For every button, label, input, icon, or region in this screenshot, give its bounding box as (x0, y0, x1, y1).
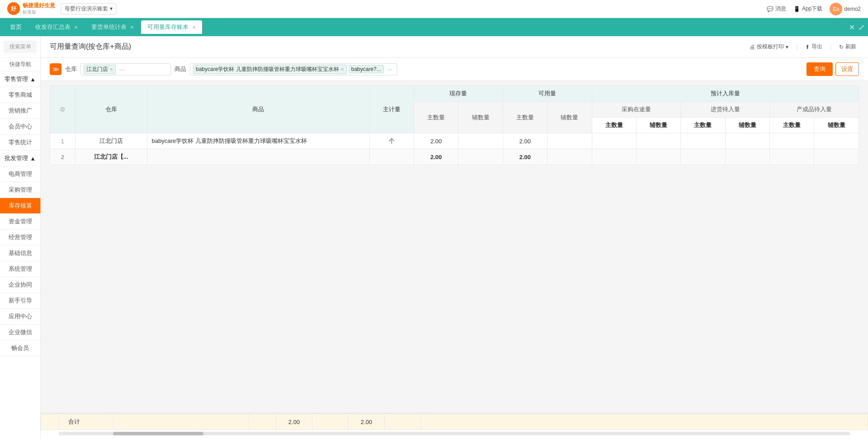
sidebar-item-ecommerce[interactable]: 电商管理 (0, 166, 40, 182)
sidebar-item-retail-mall[interactable]: 零售商城 (0, 87, 40, 103)
message-label: 消息 (775, 5, 786, 13)
sidebar-item-inventory[interactable]: 库存核算 (0, 198, 40, 214)
col-warehouse: 仓库 (75, 86, 147, 133)
row-unit-2 (369, 149, 414, 165)
sidebar-group-retail: 零售管理 ▲ 零售商城 营销推广 会员中心 零售统计 (0, 71, 40, 151)
sidebar-item-wxwork[interactable]: 企业微信 (0, 325, 40, 340)
query-button[interactable]: 查询 (807, 62, 833, 76)
chevron-up-icon: ▲ (30, 76, 36, 83)
export-button[interactable]: ⬆ 导出 (802, 42, 825, 52)
row-product-2 (147, 149, 369, 165)
col-gear[interactable]: ⚙ (50, 86, 75, 133)
footer-stock-aux (312, 414, 349, 430)
warehouse-filter-tags[interactable]: 江北门店 ✕ ··· (80, 63, 171, 76)
row-product-1: babycare学饮杯 儿童防摔防撞吸管杯重力球吸嘴杯宝宝水杯 (147, 133, 369, 149)
footer-product-empty (113, 414, 249, 430)
chevron-down-icon: ▾ (110, 5, 113, 12)
refresh-button[interactable]: ↻ 刷新 (836, 42, 859, 52)
row-stock-main-1: 2.00 (414, 133, 458, 149)
print-button[interactable]: 🖨 按模板打印 ▾ (747, 42, 791, 52)
sidebar-item-finance[interactable]: 资金管理 (0, 214, 40, 230)
product-tag-2-text: babycare?... (351, 66, 381, 72)
row-avail-main-1: 2.00 (503, 133, 547, 149)
search-menu-button[interactable]: 搜索菜单 (4, 41, 37, 53)
divider-1 (797, 44, 797, 50)
col-pur-main: 主数量 (592, 118, 636, 133)
table-container: ⚙ 仓库 商品 主计量 现存量 可用量 预计入库量 主数量 辅数量 主数量 辅数… (41, 81, 868, 413)
gear-icon[interactable]: ⚙ (60, 106, 66, 113)
row-prod-main-1 (770, 133, 814, 149)
table-row: 1 江北门店 babycare学饮杯 儿童防摔防撞吸管杯重力球吸嘴杯宝宝水杯 个… (50, 133, 859, 149)
print-icon: 🖨 (750, 44, 755, 50)
message-button[interactable]: 💬 消息 (767, 5, 786, 13)
sidebar-item-operations[interactable]: 经营管理 (0, 230, 40, 245)
sidebar-item-quick-nav[interactable]: 快捷导航 (0, 58, 40, 71)
sidebar-item-basics[interactable]: 基础信息 (0, 245, 40, 261)
product-tag-2: babycare?... (349, 65, 384, 73)
col-product: 商品 (147, 86, 369, 133)
tab-receipts-close[interactable]: ✕ (74, 25, 78, 30)
horizontal-scrollbar-thumb[interactable] (113, 432, 203, 435)
company-selector[interactable]: 母婴行业演示账套 ▾ (61, 3, 117, 14)
footer-avail-aux (385, 414, 421, 430)
footer-unit-empty (249, 414, 276, 430)
tab-order-stats-close[interactable]: ✕ (130, 25, 134, 30)
app-label: App下载 (802, 5, 822, 13)
expand-filter-button[interactable]: ≫ (50, 63, 61, 75)
export-label: 导出 (811, 43, 822, 51)
nav-expand-icon[interactable]: ⤢ (859, 23, 864, 32)
app-download-button[interactable]: 📱 App下载 (793, 5, 822, 13)
user-menu[interactable]: Ea demo2 (830, 3, 861, 15)
footer-rest (421, 414, 868, 430)
col-avail-main: 主数量 (503, 102, 547, 133)
product-filter-tags[interactable]: babycare学饮杯 儿童防摔防撞吸管杯重力球吸嘴杯宝宝水杯 ✕ babyca… (190, 63, 397, 76)
row-num-1: 1 (50, 133, 75, 149)
sidebar-item-purchase[interactable]: 采购管理 (0, 182, 40, 198)
filter-area: ≫ 仓库 江北门店 ✕ ··· 商品 babycare学饮杯 儿童防摔防撞吸管杯… (41, 58, 868, 81)
row-warehouse-2: 江北门店【... (75, 149, 147, 165)
sidebar-group-wholesale-header[interactable]: 批发管理 ▲ (0, 151, 40, 166)
scrollbar-area (41, 430, 868, 439)
warehouse-tag-remove[interactable]: ✕ (109, 67, 113, 72)
sidebar-group-retail-header[interactable]: 零售管理 ▲ (0, 71, 40, 87)
topbar-left: 好 畅捷通好生意 标准版 母婴行业演示账套 ▾ (7, 2, 117, 15)
nav-close-icon[interactable]: ✕ (849, 23, 855, 32)
setting-button[interactable]: 设置 (835, 62, 859, 76)
app-icon: 📱 (793, 6, 800, 12)
page-actions: 🖨 按模板打印 ▾ ⬆ 导出 ↻ 刷新 (747, 42, 859, 52)
col-prod-group: 产成品待入量 (770, 102, 859, 118)
tab-available-inventory-close[interactable]: ✕ (192, 25, 196, 30)
sidebar-item-enterprise[interactable]: 企业协同 (0, 277, 40, 293)
col-avail-group: 可用量 (503, 86, 592, 102)
row-in-main-1 (681, 133, 725, 149)
sidebar-group-wholesale: 批发管理 ▲ (0, 151, 40, 166)
username: demo2 (844, 6, 861, 12)
row-stock-aux-2 (458, 149, 503, 165)
sidebar-item-marketing[interactable]: 营销推广 (0, 103, 40, 119)
data-table: ⚙ 仓库 商品 主计量 现存量 可用量 预计入库量 主数量 辅数量 主数量 辅数… (50, 85, 859, 165)
sidebar-item-newbie[interactable]: 新手引导 (0, 293, 40, 309)
logo-text: 畅捷通好生意 (23, 2, 55, 9)
tab-available-inventory[interactable]: 可用量库存账本 ✕ (141, 20, 202, 34)
nav-right-icons: ✕ ⤢ (849, 23, 864, 32)
logo-text-area: 畅捷通好生意 标准版 (23, 2, 55, 15)
sidebar-item-member-service[interactable]: 畅会员 (0, 340, 40, 356)
horizontal-scrollbar-track[interactable] (59, 432, 850, 435)
tab-receipts[interactable]: 收发存汇总表 ✕ (29, 20, 84, 34)
message-icon: 💬 (767, 6, 774, 12)
footer-total-label: 合计 (59, 414, 113, 430)
col-stock-main: 主数量 (414, 102, 458, 133)
row-in-aux-2 (725, 149, 769, 165)
page-title: 可用量查询(按仓库+商品) (50, 42, 131, 52)
sidebar-item-members[interactable]: 会员中心 (0, 119, 40, 135)
row-avail-aux-1 (547, 133, 592, 149)
tab-available-inventory-label: 可用量库存账本 (147, 23, 189, 31)
tab-home[interactable]: 首页 (4, 20, 28, 34)
sidebar-item-system[interactable]: 系统管理 (0, 261, 40, 277)
tab-receipts-label: 收发存汇总表 (35, 23, 71, 31)
product-tag-1-remove[interactable]: ✕ (340, 67, 344, 72)
tab-order-stats[interactable]: 要货单统计表 ✕ (85, 20, 140, 34)
col-incoming-group: 预计入库量 (592, 86, 859, 102)
sidebar-item-retail-stats[interactable]: 零售统计 (0, 135, 40, 151)
sidebar-item-appstore[interactable]: 应用中心 (0, 309, 40, 325)
